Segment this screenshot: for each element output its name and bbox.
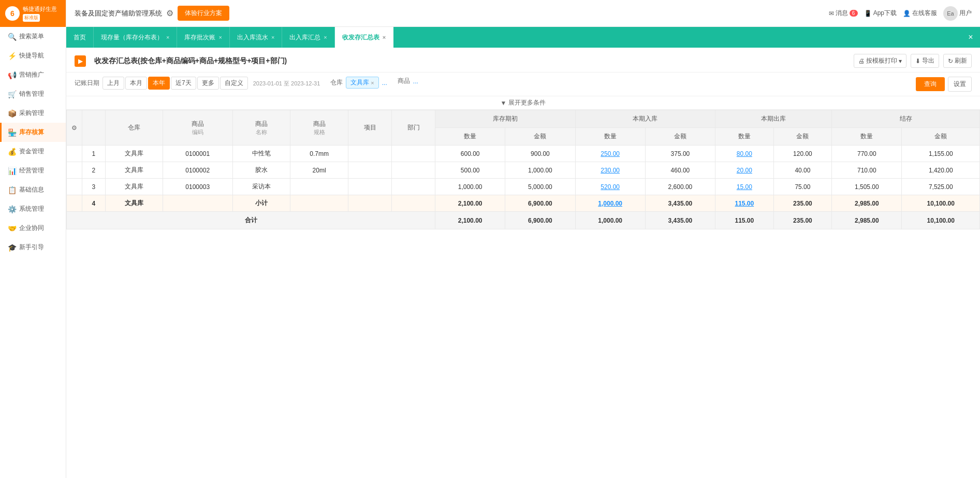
cell-in-amount: 2,600.00 xyxy=(645,179,715,195)
tab-bar-close-all[interactable]: × xyxy=(961,27,980,48)
cell-out-qty[interactable]: 20.00 xyxy=(715,162,774,179)
sidebar-item-guide[interactable]: 🎓 新手引导 xyxy=(0,238,66,257)
warehouse-tag[interactable]: 文具库 × xyxy=(346,77,378,89)
cell-project xyxy=(348,195,392,212)
cell-out-qty[interactable]: 80.00 xyxy=(715,146,774,162)
print-button[interactable]: 🖨 按模板打印 ▾ xyxy=(854,54,906,68)
user-item[interactable]: Ea 用户 xyxy=(943,6,972,21)
cell-bal-qty: 1,505.00 xyxy=(832,179,902,195)
data-table: ⚙ 仓库 商品编码 商品名称 商品规格 项目 部门 库存期初 本期入库 本期出 xyxy=(66,110,980,229)
tab-bar: 首页 现存量（库存分布表） × 库存批次账 × 出入库流水 × 出入库汇总 × … xyxy=(66,27,980,48)
sidebar-item-inventory[interactable]: 🏪 库存核算 xyxy=(0,123,66,142)
date-btn-this-year[interactable]: 本年 xyxy=(148,77,170,90)
cell-in-qty[interactable]: 250.00 xyxy=(575,146,645,162)
message-item[interactable]: ✉ 消息 6 xyxy=(829,9,858,18)
warehouse-tag-text: 文具库 xyxy=(350,78,369,87)
cell-in-qty[interactable]: 230.00 xyxy=(575,162,645,179)
guide-nav-icon: 🎓 xyxy=(8,243,16,252)
tab-stock-dist-close[interactable]: × xyxy=(166,34,169,40)
col-group-out: 本期出库 xyxy=(715,110,832,128)
cell-bal-qty: 770.00 xyxy=(832,146,902,162)
cell-warehouse: 文具库 xyxy=(105,162,163,179)
sidebar-item-collab[interactable]: 🤝 企业协同 xyxy=(0,219,66,238)
tab-inout-summary[interactable]: 出入库汇总 × xyxy=(282,27,334,48)
cell-out-qty[interactable]: 15.00 xyxy=(715,179,774,195)
cell-init-amount: 900.00 xyxy=(505,146,575,162)
expand-filter-button[interactable]: ▼ 展开更多条件 xyxy=(501,98,546,107)
date-btn-more[interactable]: 更多 xyxy=(197,77,219,90)
tab-inout-summary-close[interactable]: × xyxy=(324,34,327,40)
filter-bar: 记账日期 上月 本月 本年 近7天 更多 自定义 2023-01-01 至 20… xyxy=(66,73,980,96)
query-button[interactable]: 查询 xyxy=(916,77,945,91)
expand-label: 展开更多条件 xyxy=(508,98,546,107)
sidebar-item-quick[interactable]: ⚡ 快捷导航 xyxy=(0,46,66,65)
sidebar-item-sales[interactable]: 🛒 销售管理 xyxy=(0,84,66,104)
cell-num: 1 xyxy=(82,146,106,162)
sidebar-item-marketing[interactable]: 📢 营销推广 xyxy=(0,65,66,84)
logo-text: 畅捷通好生意 xyxy=(23,5,57,12)
sidebar-item-system[interactable]: ⚙️ 系统管理 xyxy=(0,199,66,219)
warehouse-more-btn[interactable]: ... xyxy=(382,79,387,86)
tab-inout-flow-close[interactable]: × xyxy=(271,34,274,40)
cell-department xyxy=(392,146,435,162)
operation-nav-icon: 📊 xyxy=(8,167,16,175)
sidebar-item-system-label: 系统管理 xyxy=(19,205,44,213)
goods-filter-label: 商品 xyxy=(398,77,410,85)
date-btn-prev-month[interactable]: 上月 xyxy=(103,77,124,90)
message-badge: 6 xyxy=(850,10,858,17)
cell-project xyxy=(348,162,392,179)
refresh-button[interactable]: ↻ 刷新 xyxy=(943,54,972,68)
cell-project xyxy=(348,146,392,162)
app-download-item[interactable]: 📱 App下载 xyxy=(864,9,897,18)
cell-in-qty[interactable]: 1,000.00 xyxy=(575,195,645,212)
cell-out-amount: 40.00 xyxy=(773,162,832,179)
goods-more-btn[interactable]: ... xyxy=(413,78,418,85)
cell-in-qty[interactable]: 520.00 xyxy=(575,179,645,195)
search-nav-icon: 🔍 xyxy=(8,33,16,41)
tab-batch[interactable]: 库存批次账 × xyxy=(177,27,229,48)
cell-goods-spec xyxy=(290,179,348,195)
tab-home[interactable]: 首页 xyxy=(66,27,94,48)
purchase-nav-icon: 📦 xyxy=(8,109,16,118)
table-container: ⚙ 仓库 商品编码 商品名称 商品规格 项目 部门 库存期初 本期入库 本期出 xyxy=(66,110,980,260)
sidebar-item-operation-label: 经营管理 xyxy=(19,166,44,175)
cell-goods-name: 小计 xyxy=(232,195,290,212)
cell-goods-name: 中性笔 xyxy=(232,146,290,162)
cell-bal-qty: 2,985.00 xyxy=(832,195,902,212)
tab-stock-dist[interactable]: 现存量（库存分布表） × xyxy=(94,27,177,48)
col-header-rownum xyxy=(82,110,106,146)
tab-inout-flow[interactable]: 出入库流水 × xyxy=(230,27,282,48)
warehouse-tag-close[interactable]: × xyxy=(371,80,374,86)
sales-nav-icon: 🛒 xyxy=(8,90,16,98)
gear-button[interactable]: ⚙ xyxy=(166,8,173,18)
cell-out-qty[interactable]: 115.00 xyxy=(715,195,774,212)
top-bar: 装备及固定资产辅助管理系统 ⚙ 体验行业方案 ✉ 消息 6 📱 App下载 👤 … xyxy=(66,0,980,27)
cell-settings xyxy=(67,179,82,195)
sidebar-item-finance[interactable]: 💰 资金管理 xyxy=(0,142,66,161)
settings-button[interactable]: 设置 xyxy=(948,77,972,92)
sidebar-item-basic[interactable]: 📋 基础信息 xyxy=(0,180,66,199)
sidebar-item-basic-label: 基础信息 xyxy=(19,185,44,194)
date-btn-custom[interactable]: 自定义 xyxy=(220,77,248,90)
cell-goods-code: 0100001 xyxy=(163,146,232,162)
col-header-goods-name: 商品名称 xyxy=(232,110,290,146)
basic-nav-icon: 📋 xyxy=(8,186,16,194)
table-settings-col[interactable]: ⚙ xyxy=(67,110,82,146)
sidebar-item-purchase[interactable]: 📦 采购管理 xyxy=(0,104,66,123)
tab-recv-send-summary[interactable]: 收发存汇总表 × xyxy=(335,27,393,48)
tab-batch-close[interactable]: × xyxy=(218,34,222,40)
col-header-project: 项目 xyxy=(348,110,392,146)
sidebar-item-inventory-label: 库存核算 xyxy=(19,128,44,137)
try-industry-button[interactable]: 体验行业方案 xyxy=(178,6,229,21)
toggle-arrow-button[interactable]: ▶ xyxy=(75,55,86,67)
sidebar-item-operation[interactable]: 📊 经营管理 xyxy=(0,161,66,180)
online-service-item[interactable]: 👤 在线客服 xyxy=(903,9,937,18)
date-btn-7days[interactable]: 近7天 xyxy=(171,77,196,90)
sidebar-item-search[interactable]: 🔍 搜索菜单 xyxy=(0,27,66,46)
cell-settings xyxy=(67,146,82,162)
date-btn-this-month[interactable]: 本月 xyxy=(125,77,147,90)
export-icon: ⬇ xyxy=(915,57,920,65)
export-button[interactable]: ⬇ 导出 xyxy=(911,54,939,68)
col-group-init: 库存期初 xyxy=(435,110,576,128)
tab-recv-send-summary-close[interactable]: × xyxy=(383,34,386,40)
